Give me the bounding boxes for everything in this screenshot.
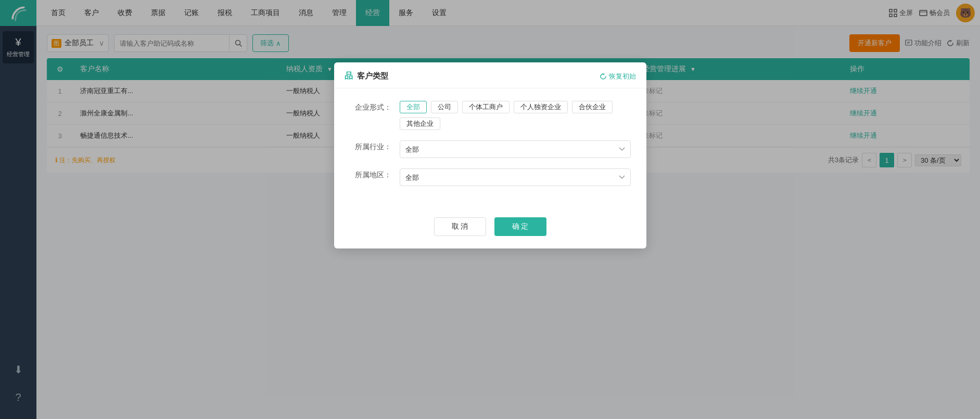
modal-footer: 取 消 确 定 <box>334 209 646 248</box>
option-partnership[interactable]: 合伙企业 <box>572 101 613 113</box>
modal-body: 企业形式： 全部 公司 个体工商户 个人独资企业 合伙企业 其他企业 所属行业：… <box>334 88 646 209</box>
modal-title-text: 客户类型 <box>357 71 388 81</box>
modal-reset-button[interactable]: 恢复初始 <box>600 72 636 81</box>
modal-title: 品 客户类型 <box>345 71 388 82</box>
filter-modal: 品 客户类型 恢复初始 企业形式： 全部 公司 个体工商户 个人独资企业 <box>334 62 646 248</box>
enterprise-form-row: 企业形式： 全部 公司 个体工商户 个人独资企业 合伙企业 其他企业 <box>350 101 631 130</box>
reset-label: 恢复初始 <box>609 72 636 81</box>
option-sole[interactable]: 个人独资企业 <box>514 101 568 113</box>
industry-select[interactable]: 全部 <box>400 140 631 158</box>
region-label: 所属地区： <box>350 168 391 180</box>
option-other[interactable]: 其他企业 <box>400 117 440 130</box>
industry-label: 所属行业： <box>350 140 391 152</box>
enterprise-options: 全部 公司 个体工商户 个人独资企业 合伙企业 其他企业 <box>400 101 631 130</box>
modal-header: 品 客户类型 恢复初始 <box>334 62 646 88</box>
reset-icon <box>600 73 607 80</box>
option-all[interactable]: 全部 <box>400 101 427 113</box>
enterprise-form-label: 企业形式： <box>350 101 391 112</box>
industry-select-wrapper: 全部 <box>400 140 631 158</box>
modal-title-icon: 品 <box>345 71 353 82</box>
confirm-button[interactable]: 确 定 <box>494 217 546 236</box>
region-select-wrapper: 全部 <box>400 168 631 186</box>
modal-overlay[interactable]: 品 客户类型 恢复初始 企业形式： 全部 公司 个体工商户 个人独资企业 <box>0 0 980 419</box>
region-select[interactable]: 全部 <box>400 168 631 186</box>
option-company[interactable]: 公司 <box>431 101 458 113</box>
option-individual[interactable]: 个体工商户 <box>462 101 510 113</box>
industry-form-row: 所属行业： 全部 <box>350 140 631 158</box>
cancel-button[interactable]: 取 消 <box>434 217 486 236</box>
region-form-row: 所属地区： 全部 <box>350 168 631 186</box>
